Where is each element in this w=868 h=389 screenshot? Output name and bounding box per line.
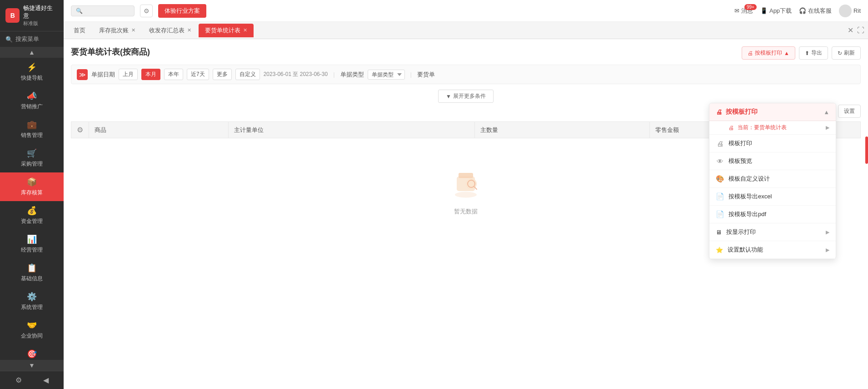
tab-home[interactable]: 首页 [67,24,92,37]
tab-collection-summary[interactable]: 收发存汇总表 ✕ [143,24,198,37]
avatar-image [839,5,852,17]
sidebar-item-basic[interactable]: 📋 基础信息 [0,258,64,287]
sidebar-item-finance[interactable]: 💰 资金管理 [0,201,64,230]
template-pdf-item[interactable]: 📄 按模板导出pdf [709,206,836,223]
refresh-icon: ↻ [838,50,842,56]
chevron-down-icon: ▼ [446,93,451,100]
sidebar-item-guide[interactable]: 🎯 新手引导 [0,344,64,360]
quick-nav-icon: ⚡ [27,62,37,72]
dropdown-controls: ▲ [823,109,829,116]
sidebar-item-inventory[interactable]: 📦 库存核算 [0,172,64,201]
cooperation-icon: 🤝 [27,320,37,330]
svg-rect-2 [459,173,473,178]
table-column-settings-button[interactable]: ⚙ [77,126,83,134]
industry-solution-button[interactable]: 体验行业方案 [158,4,206,18]
main-area: 🔍 ⚙ 体验行业方案 ✉ 消息 99+ 📱 App下载 🎧 在线客服 Rit [64,0,868,389]
dropdown-header: 🖨 按模板打印 ▲ [709,103,836,121]
custom-date-button[interactable]: 自定义 [235,69,260,80]
guide-icon: 🎯 [27,349,37,359]
topbar-search-input[interactable] [85,8,130,14]
print-icon: 🖨 [748,50,753,56]
chevron-up-icon: ▲ [784,50,789,56]
filter-expand-button[interactable]: ≫ [77,69,88,80]
export-button[interactable]: ⬆ 导出 [799,46,828,60]
operation-icon: 📊 [27,234,37,244]
sidebar-bottom: ⚙ ◀ [0,371,64,389]
display-print-icon: 🖥 [716,229,722,236]
sidebar-search[interactable]: 🔍 搜索菜单 [0,31,64,47]
sidebar-item-operation[interactable]: 📊 经营管理 [0,230,64,258]
sidebar-scroll-up[interactable]: ▲ [0,47,64,58]
sales-icon: 💼 [27,120,37,130]
display-print-item[interactable]: 🖥 按显示打印 ▶ [709,223,836,241]
type-label: 单据类型 [340,71,364,79]
current-template-item[interactable]: 🖨 当前：要货单统计表 ▶ [709,121,836,135]
template-excel-item[interactable]: 📄 按模板导出excel [709,188,836,206]
sidebar-item-marketing[interactable]: 📣 营销推广 [0,86,64,115]
this-year-button[interactable]: 本年 [164,69,183,80]
topbar-search-box[interactable]: 🔍 [71,5,135,16]
template-print-item[interactable]: 🖨 模板打印 [709,135,836,152]
refresh-button[interactable]: ↻ 刷新 [832,46,861,60]
current-template-icon: 🖨 [728,125,734,131]
sidebar-item-system[interactable]: ⚙️ 系统管理 [0,287,64,316]
message-badge: 99+ [744,4,757,10]
finance-icon: 💰 [27,206,37,216]
close-tab-inventory-batch[interactable]: ✕ [131,27,135,33]
template-preview-icon: 👁 [716,157,724,165]
headset-icon: 🎧 [799,7,806,14]
system-icon: ⚙️ [27,292,37,302]
topbar-right: ✉ 消息 99+ 📱 App下载 🎧 在线客服 Rit [734,5,861,17]
message-button[interactable]: ✉ 消息 99+ [734,7,753,15]
tab-order-statistics[interactable]: 要货单统计表 ✕ [199,24,254,37]
message-icon: ✉ [734,7,739,14]
app-download-icon: 📱 [760,7,768,14]
order-type-select[interactable]: 单据类型 [368,70,405,80]
more-dates-button[interactable]: 更多 [213,69,232,80]
default-func-item[interactable]: ⭐ 设置默认功能 ▶ [709,241,836,259]
print-template-button[interactable]: 🖨 按模板打印 ▲ [742,46,795,60]
close-all-tabs-button[interactable]: ✕ [848,26,853,35]
expand-more-button[interactable]: ▼ 展开更多条件 [438,90,494,103]
order-label: 要货单 [417,71,435,79]
sidebar-collapse-icon[interactable]: ◀ [43,376,49,384]
user-avatar[interactable]: Rit [839,5,861,17]
inventory-icon: 📦 [27,177,37,187]
template-custom-item[interactable]: 🎨 模板自定义设计 [709,170,836,188]
last-7-days-button[interactable]: 近7天 [187,69,209,80]
sidebar-item-cooperation[interactable]: 🤝 企业协同 [0,316,64,344]
template-print-icon: 🖨 [716,140,724,147]
tab-inventory-batch[interactable]: 库存批次账 ✕ [93,24,142,37]
chevron-up-panel-icon[interactable]: ▲ [823,109,829,116]
template-custom-icon: 🎨 [716,175,724,183]
sidebar-item-quick-nav[interactable]: ⚡ 快捷导航 [0,58,64,86]
sidebar-settings-icon[interactable]: ⚙ [15,376,22,384]
topbar-settings-button[interactable]: ⚙ [140,5,153,17]
maximize-button[interactable]: ⛶ [857,26,864,35]
this-month-button[interactable]: 本月 [141,69,160,80]
empty-illustration [448,166,484,202]
dropdown-title: 🖨 按模板打印 [716,108,758,116]
settings-button[interactable]: 设置 [838,105,861,118]
sidebar-item-sales[interactable]: 💼 销售管理 [0,115,64,144]
date-range-display: 2023-06-01 至 2023-06-30 [264,71,328,78]
topbar-search-icon: 🔍 [76,8,83,14]
close-tab-order-statistics[interactable]: ✕ [243,27,247,33]
chevron-right-icon: ▶ [826,125,829,131]
purchase-icon: 🛒 [27,148,37,158]
content-actions: 🖨 按模板打印 ▲ ⬆ 导出 ↻ 刷新 [742,46,861,60]
sidebar-scroll-down[interactable]: ▼ [0,360,64,371]
sidebar-item-purchase[interactable]: 🛒 采购管理 [0,144,64,172]
basic-icon: 📋 [27,263,37,273]
empty-text: 暂无数据 [454,207,478,216]
last-month-button[interactable]: 上月 [119,69,138,80]
content-area: 要货单统计表(按商品) 🖨 按模板打印 ▲ ⬆ 导出 ↻ 刷新 ≫ 单据日期 上… [64,39,868,389]
date-label: 单据日期 [91,71,115,79]
online-service-button[interactable]: 🎧 在线客服 [799,7,832,15]
sidebar: B 畅捷通好生意 标准版 🔍 搜索菜单 ▲ ⚡ 快捷导航 📣 营销推广 💼 销售… [0,0,64,389]
scroll-thumb[interactable] [865,136,868,164]
template-preview-item[interactable]: 👁 模板预览 [709,152,836,170]
app-download-button[interactable]: 📱 App下载 [760,7,792,15]
logo-icon: B [5,8,20,23]
close-tab-collection-summary[interactable]: ✕ [187,27,191,33]
